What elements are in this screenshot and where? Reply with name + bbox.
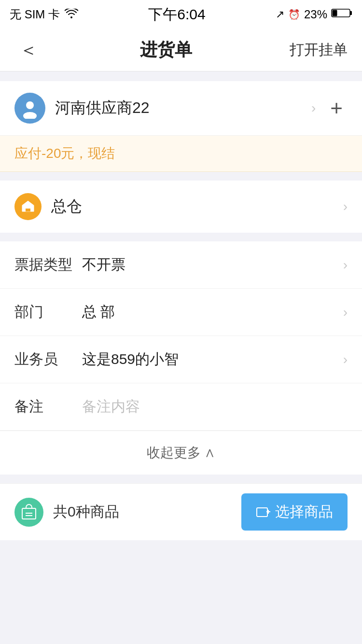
salesperson-value: 这是859的小智 xyxy=(82,350,343,369)
product-count-text: 共0种商品 xyxy=(53,502,241,522)
collapse-button[interactable]: 收起更多 ∧ xyxy=(0,431,362,475)
battery-icon xyxy=(331,8,352,21)
invoice-type-label: 票据类型 xyxy=(14,255,82,275)
svg-rect-9 xyxy=(257,508,267,517)
salesperson-row[interactable]: 业务员 这是859的小智 › xyxy=(0,336,362,383)
location-icon: ↗ xyxy=(276,8,284,21)
carrier-text: 无 SIM 卡 xyxy=(10,7,60,22)
svg-rect-2 xyxy=(332,10,337,16)
svg-rect-1 xyxy=(350,11,352,15)
warehouse-row[interactable]: 总仓 › xyxy=(0,181,362,233)
gap-2 xyxy=(0,233,362,241)
invoice-type-chevron-icon: › xyxy=(343,257,348,273)
warehouse-section: 总仓 › xyxy=(0,181,362,233)
department-value: 总 部 xyxy=(82,302,343,322)
nav-bar: ＜ 进货单 打开挂单 xyxy=(0,29,362,71)
remark-row[interactable]: 备注 备注内容 xyxy=(0,383,362,431)
back-button[interactable]: ＜ xyxy=(14,33,42,67)
status-time: 下午6:04 xyxy=(148,5,205,25)
status-left: 无 SIM 卡 xyxy=(10,7,78,22)
salesperson-label: 业务员 xyxy=(14,350,82,369)
add-supplier-button[interactable]: + xyxy=(325,96,348,120)
alarm-icon: ⏰ xyxy=(288,9,300,20)
supplier-row[interactable]: 河南供应商22 › + xyxy=(0,81,362,136)
remark-label: 备注 xyxy=(14,397,82,417)
svg-rect-5 xyxy=(26,209,30,211)
status-right: ↗ ⏰ 23% xyxy=(276,8,352,21)
select-product-label: 选择商品 xyxy=(275,502,333,522)
open-pending-button[interactable]: 打开挂单 xyxy=(290,40,348,60)
remark-value[interactable]: 备注内容 xyxy=(82,397,348,417)
warehouse-icon xyxy=(14,193,42,220)
battery-text: 23% xyxy=(304,8,327,21)
warehouse-chevron-icon: › xyxy=(343,199,348,214)
status-bar: 无 SIM 卡 下午6:04 ↗ ⏰ 23% xyxy=(0,0,362,29)
gap-3 xyxy=(0,475,362,483)
invoice-type-value: 不开票 xyxy=(82,255,343,275)
notice-banner: 应付-20元，现结 xyxy=(0,136,362,172)
supplier-name: 河南供应商22 xyxy=(55,98,311,119)
bottom-bar: 共0种商品 选择商品 xyxy=(0,483,362,540)
department-row[interactable]: 部门 总 部 › xyxy=(0,289,362,336)
svg-point-4 xyxy=(23,112,37,119)
supplier-chevron-icon: › xyxy=(311,100,316,116)
department-chevron-icon: › xyxy=(343,305,348,320)
warehouse-name: 总仓 xyxy=(51,196,343,217)
svg-point-3 xyxy=(26,101,34,109)
supplier-avatar xyxy=(14,93,45,124)
gap-1 xyxy=(0,172,362,181)
salesperson-chevron-icon: › xyxy=(343,352,348,367)
invoice-type-row[interactable]: 票据类型 不开票 › xyxy=(0,241,362,289)
top-gap xyxy=(0,71,362,81)
page-title: 进货单 xyxy=(140,38,192,62)
department-label: 部门 xyxy=(14,302,82,322)
form-section: 票据类型 不开票 › 部门 总 部 › 业务员 这是859的小智 › 备注 备注… xyxy=(0,241,362,475)
supplier-section: 河南供应商22 › + 应付-20元，现结 xyxy=(0,81,362,172)
notice-text: 应付-20元，现结 xyxy=(14,146,115,161)
wifi-icon xyxy=(65,8,78,21)
rest-area xyxy=(0,540,362,644)
collapse-label: 收起更多 ∧ xyxy=(147,444,216,462)
product-icon xyxy=(14,498,43,527)
select-product-button[interactable]: 选择商品 xyxy=(241,493,348,531)
